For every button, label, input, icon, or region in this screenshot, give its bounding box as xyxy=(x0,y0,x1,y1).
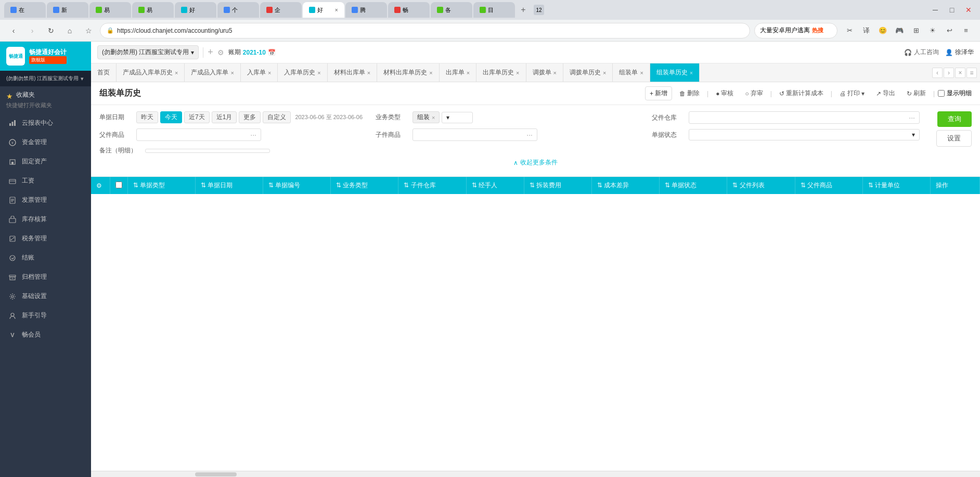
tab-close-stock-in[interactable]: × xyxy=(268,70,271,76)
maximize-button[interactable]: □ xyxy=(945,3,959,17)
browser-tab-1[interactable]: 新 xyxy=(47,2,88,18)
tab-close-current[interactable]: × xyxy=(955,68,965,78)
tab-assembly[interactable]: 组装单 × xyxy=(613,63,650,82)
recalc-button[interactable]: ↺ 重新计算成本 xyxy=(775,87,828,100)
th-order-no[interactable]: ⇅ 单据编号 xyxy=(263,177,330,194)
minimize-button[interactable]: ─ xyxy=(928,3,943,17)
translate-icon[interactable]: 译 xyxy=(858,23,874,38)
nav-item-vip[interactable]: V 畅会员 xyxy=(0,325,91,344)
browser-tab-10[interactable]: 各 xyxy=(431,2,472,18)
tab-stock-out-history[interactable]: 出库单历史 × xyxy=(476,63,526,82)
tab-stock-in-history[interactable]: 入库单历史 × xyxy=(278,63,327,82)
settings-icon[interactable]: ⚙ xyxy=(96,182,102,189)
th-unit[interactable]: ⇅ 计量单位 xyxy=(862,177,930,194)
unapprove-button[interactable]: ○ 弃审 xyxy=(741,87,767,100)
tab-close-assembly-history[interactable]: × xyxy=(690,70,693,76)
browser-tab-11[interactable]: 目 xyxy=(473,2,515,18)
undo-icon[interactable]: ↩ xyxy=(942,23,957,38)
nav-item-fixed-assets[interactable]: 固定资产 xyxy=(0,152,91,171)
last7days-btn[interactable]: 近7天 xyxy=(184,111,210,123)
horizontal-scrollbar[interactable] xyxy=(91,471,980,477)
custom-btn[interactable]: 自定义 xyxy=(263,111,291,123)
tab-close-product-in-history[interactable]: × xyxy=(175,70,178,76)
browser-tab-0[interactable]: 在 xyxy=(4,2,46,18)
reload-button[interactable]: ↻ xyxy=(44,23,58,38)
show-detail-checkbox[interactable] xyxy=(938,90,945,97)
tab-transfer[interactable]: 调拨单 × xyxy=(526,63,563,82)
parent-warehouse-input[interactable]: ··· xyxy=(689,111,920,124)
tab-close-transfer-history[interactable]: × xyxy=(603,70,606,76)
tab-product-in[interactable]: 产成品入库单 × xyxy=(185,63,240,82)
tab-close-product-in[interactable]: × xyxy=(230,70,234,76)
tab-close-material-out-history[interactable]: × xyxy=(429,70,432,76)
home-button[interactable]: ⌂ xyxy=(62,23,77,38)
tab-product-in-history[interactable]: 产成品入库单历史 × xyxy=(117,63,185,82)
nav-item-cloud-report[interactable]: 云报表中心 xyxy=(0,113,91,133)
refresh-button[interactable]: ↻ 刷新 xyxy=(902,87,930,100)
browser-tab-7[interactable]: 好 × xyxy=(303,2,344,18)
nav-item-stock[interactable]: 库存核算 xyxy=(0,210,91,229)
company-selector[interactable]: (勿删勿禁用) 江西服宝测试专用 ▾ xyxy=(97,45,199,59)
settings-gear-icon[interactable]: ⚙ xyxy=(217,48,224,57)
export-button[interactable]: ↗ 导出 xyxy=(872,87,899,100)
print-dropdown-icon[interactable]: ▾ xyxy=(861,90,865,97)
th-business-type[interactable]: ⇅ 业务类型 xyxy=(331,177,398,194)
game-icon[interactable]: 🎮 xyxy=(892,23,907,38)
forward-button[interactable]: › xyxy=(25,23,40,38)
nav-item-invoice[interactable]: 发票管理 xyxy=(0,190,91,210)
parent-warehouse-more-icon[interactable]: ··· xyxy=(909,113,915,122)
emoji-icon[interactable]: 😊 xyxy=(875,23,891,38)
collapse-bar[interactable]: ∧ 收起更多条件 xyxy=(99,155,972,170)
th-settings[interactable]: ⚙ xyxy=(91,177,110,194)
th-parent-list[interactable]: ⇅ 父件列表 xyxy=(727,177,795,194)
remarks-input[interactable] xyxy=(145,149,270,153)
nav-item-guide[interactable]: 新手引导 xyxy=(0,306,91,325)
query-button[interactable]: 查询 xyxy=(937,111,972,127)
browser-tab-6[interactable]: 企 xyxy=(260,2,302,18)
th-checkbox[interactable] xyxy=(110,177,127,194)
nav-item-fund[interactable]: ¥ 资金管理 xyxy=(0,133,91,152)
th-disassemble-fee[interactable]: ⇅ 拆装费用 xyxy=(524,177,591,194)
approve-button[interactable]: ● 审核 xyxy=(712,87,738,100)
business-type-tag-remove[interactable]: × xyxy=(432,114,435,121)
parent-goods-more-icon[interactable]: ··· xyxy=(250,131,256,139)
select-all-checkbox[interactable] xyxy=(115,182,122,188)
th-order-date[interactable]: ⇅ 单据日期 xyxy=(195,177,263,194)
th-handler[interactable]: ⇅ 经手人 xyxy=(466,177,524,194)
th-order-type[interactable]: ⇅ 单据类型 xyxy=(127,177,195,194)
tab-transfer-history[interactable]: 调拨单历史 × xyxy=(563,63,613,82)
company-dropdown-icon[interactable]: ▾ xyxy=(81,75,84,82)
tab-close-icon[interactable]: × xyxy=(335,7,338,13)
child-goods-input[interactable]: ··· xyxy=(412,128,537,141)
tab-scroll-left[interactable]: ‹ xyxy=(932,68,943,78)
scissors-icon[interactable]: ✂ xyxy=(842,23,857,38)
browser-tab-5[interactable]: 个 xyxy=(217,2,259,18)
browser-tab-2[interactable]: 易 xyxy=(89,2,131,18)
search-bar[interactable]: 大量安卓用户逃离 热搜 xyxy=(754,23,837,38)
tab-close-assembly[interactable]: × xyxy=(640,70,643,76)
th-child-warehouse[interactable]: ⇅ 子件仓库 xyxy=(398,177,466,194)
more-btn[interactable]: 更多 xyxy=(239,111,261,123)
tab-material-out-history[interactable]: 材料出库单历史 × xyxy=(377,63,439,82)
add-company-button[interactable]: + xyxy=(208,47,213,58)
tab-close-stock-out[interactable]: × xyxy=(467,70,470,76)
tab-count-badge[interactable]: 12 xyxy=(534,5,544,15)
scroll-thumb[interactable] xyxy=(195,472,237,476)
show-detail-checkbox-label[interactable]: 显示明细 xyxy=(938,89,972,98)
browser-tab-9[interactable]: 畅 xyxy=(388,2,430,18)
tab-assembly-history[interactable]: 组装单历史 × xyxy=(650,63,700,82)
tab-stock-in[interactable]: 入库单 × xyxy=(241,63,278,82)
back-button[interactable]: ‹ xyxy=(6,23,21,38)
browser-tab-8[interactable]: 腾 xyxy=(345,2,387,18)
calendar-icon[interactable]: 📅 xyxy=(268,49,276,56)
tab-close-transfer[interactable]: × xyxy=(553,70,557,76)
brightness-icon[interactable]: ☀ xyxy=(925,23,940,38)
bookmark-button[interactable]: ☆ xyxy=(81,23,96,38)
tab-more-options[interactable]: ≡ xyxy=(966,68,977,78)
last1month-btn[interactable]: 近1月 xyxy=(212,111,237,123)
nav-item-archive[interactable]: 归档管理 xyxy=(0,267,91,287)
nav-item-settings[interactable]: 基础设置 xyxy=(0,287,91,306)
user-info[interactable]: 👤 徐泽华 xyxy=(945,48,974,57)
new-tab-button[interactable]: + xyxy=(516,3,531,17)
address-bar[interactable]: 🔒 https://cloud.chanjet.com/accounting/u… xyxy=(100,23,750,38)
